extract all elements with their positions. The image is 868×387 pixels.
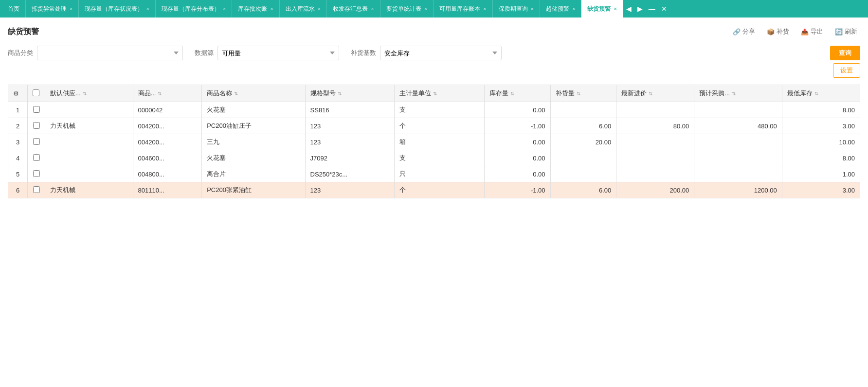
tab-close-order-stats[interactable]: ×: [424, 6, 427, 12]
row-unit: 个: [395, 182, 485, 198]
th-spec[interactable]: 规格型号 ⇅: [305, 85, 395, 102]
row-latest-price: 200.00: [616, 182, 694, 198]
row-checkbox[interactable]: [33, 186, 40, 193]
row-checkbox-cell[interactable]: [28, 134, 45, 150]
replenish-base-select[interactable]: 安全库存 最低库存 最高库存: [380, 46, 502, 60]
row-checkbox[interactable]: [33, 170, 40, 177]
tab-close-inout-flow[interactable]: ×: [318, 6, 321, 12]
select-all-checkbox[interactable]: [33, 89, 39, 96]
row-replenish: [550, 102, 616, 118]
table-row: 1 0000042 火花塞 SS816 支 0.00 8.00: [8, 102, 860, 118]
th-settings[interactable]: ⚙: [8, 85, 28, 102]
tab-overstock[interactable]: 超储预警 ×: [540, 0, 581, 18]
th-stock[interactable]: 库存量 ⇅: [484, 85, 550, 102]
tab-expiry-query[interactable]: 保质期查询 ×: [493, 0, 540, 18]
tab-inout-flow[interactable]: 出入库流水 ×: [280, 0, 327, 18]
tab-shortage[interactable]: 缺货预警 ×: [581, 0, 623, 18]
tab-close-batch-account[interactable]: ×: [270, 6, 273, 12]
sort-icon-replenish: ⇅: [577, 91, 580, 96]
tab-home[interactable]: 首页: [2, 0, 26, 18]
row-settings-cell: 2: [8, 118, 28, 134]
row-checkbox[interactable]: [33, 122, 40, 129]
th-latest-price[interactable]: 最新进价 ⇅: [616, 85, 694, 102]
tab-minimize-button[interactable]: —: [646, 0, 658, 18]
row-checkbox-cell[interactable]: [28, 166, 45, 182]
row-checkbox[interactable]: [33, 138, 40, 145]
sort-icon-spec: ⇅: [338, 91, 342, 96]
tab-close-expiry-query[interactable]: ×: [531, 6, 534, 12]
row-stock: 0.00: [484, 134, 550, 150]
row-checkbox-cell[interactable]: [28, 150, 45, 166]
tab-close-abnormal[interactable]: ×: [70, 6, 72, 12]
category-filter-group: 商品分类: [8, 46, 183, 60]
sort-icon-latest-price: ⇅: [649, 91, 652, 96]
datasource-select[interactable]: 可用量 库存量 实际库存: [217, 46, 339, 60]
row-replenish: 6.00: [550, 118, 616, 134]
row-settings-cell: 3: [8, 134, 28, 150]
row-replenish: [550, 166, 616, 182]
replenish-base-label: 补货基数: [351, 49, 376, 57]
tab-bar: 首页 拣货异常处理 × 现存量（库存状况表） × 现存量（库存分布表） × 库存…: [0, 0, 868, 18]
row-code: 004600...: [133, 150, 202, 166]
tab-next-button[interactable]: ▶: [634, 0, 646, 18]
row-checkbox-cell[interactable]: [28, 102, 45, 118]
row-est-purchase: 480.00: [694, 118, 782, 134]
query-button[interactable]: 查询: [830, 46, 860, 60]
row-stock: 0.00: [484, 150, 550, 166]
th-supplier[interactable]: 默认供应... ⇅: [45, 85, 133, 102]
row-code: 004800...: [133, 166, 202, 182]
category-select[interactable]: [37, 46, 183, 60]
refresh-button[interactable]: 🔄 刷新: [832, 25, 860, 38]
tab-close-window-button[interactable]: ✕: [658, 0, 670, 18]
share-button[interactable]: 🔗 分享: [730, 25, 758, 38]
row-code: 801110...: [133, 182, 202, 198]
th-est-purchase[interactable]: 预计采购... ⇅: [694, 85, 782, 102]
tab-available-ledger[interactable]: 可用量库存账本 ×: [434, 0, 492, 18]
tab-abnormal[interactable]: 拣货异常处理 ×: [26, 0, 79, 18]
tab-close-overstock[interactable]: ×: [572, 6, 575, 12]
tab-inventory-status[interactable]: 现存量（库存状况表） ×: [79, 0, 155, 18]
row-unit: 箱: [395, 134, 485, 150]
row-supplier: 力天机械: [45, 182, 133, 198]
tab-prev-button[interactable]: ◀: [623, 0, 634, 18]
table-row: 4 004600... 火花塞 J7092 支 0.00 8.00: [8, 150, 860, 166]
row-supplier: [45, 134, 133, 150]
row-min-stock: 10.00: [782, 134, 860, 150]
th-code[interactable]: 商品... ⇅: [133, 85, 202, 102]
replenish-button[interactable]: 📦 补货: [764, 25, 792, 38]
row-spec: 123: [305, 118, 395, 134]
settings-button[interactable]: 设置: [833, 63, 860, 78]
th-replenish[interactable]: 补货量 ⇅: [550, 85, 616, 102]
row-stock: -1.00: [484, 118, 550, 134]
row-checkbox-cell[interactable]: [28, 118, 45, 134]
tab-close-available-ledger[interactable]: ×: [483, 6, 486, 12]
row-checkbox[interactable]: [33, 154, 40, 161]
row-settings-cell: 4: [8, 150, 28, 166]
row-name: 离合片: [202, 166, 305, 182]
tab-close-inventory-status[interactable]: ×: [146, 6, 149, 12]
sort-icon-supplier: ⇅: [83, 91, 87, 96]
table-row: 5 004800... 离合片 DS250*23c... 只 0.00 1.00: [8, 166, 860, 182]
tab-order-stats[interactable]: 要货单统计表 ×: [380, 0, 434, 18]
row-checkbox[interactable]: [33, 106, 40, 113]
export-button[interactable]: 📤 导出: [798, 25, 826, 38]
tab-collect-summary[interactable]: 收发存汇总表 ×: [327, 0, 380, 18]
row-name: PC200油缸庄子: [202, 118, 305, 134]
row-checkbox-cell[interactable]: [28, 182, 45, 198]
th-name[interactable]: 商品名称 ⇅: [202, 85, 305, 102]
th-unit[interactable]: 主计量单位 ⇅: [395, 85, 485, 102]
tab-batch-account[interactable]: 库存批次账 ×: [232, 0, 279, 18]
row-latest-price: [616, 166, 694, 182]
share-icon: 🔗: [733, 28, 741, 35]
row-supplier: 力天机械: [45, 118, 133, 134]
tab-close-inventory-dist[interactable]: ×: [223, 6, 226, 12]
tab-inventory-dist[interactable]: 现存量（库存分布表） ×: [156, 0, 232, 18]
row-settings-cell: 5: [8, 166, 28, 182]
replenish-icon: 📦: [767, 28, 775, 35]
th-checkbox: [28, 85, 45, 102]
th-min-stock[interactable]: 最低库存 ⇅: [782, 85, 860, 102]
tab-close-collect-summary[interactable]: ×: [371, 6, 374, 12]
tab-close-shortage[interactable]: ×: [614, 6, 616, 12]
row-name: 火花塞: [202, 102, 305, 118]
page-title: 缺货预警: [8, 27, 39, 37]
